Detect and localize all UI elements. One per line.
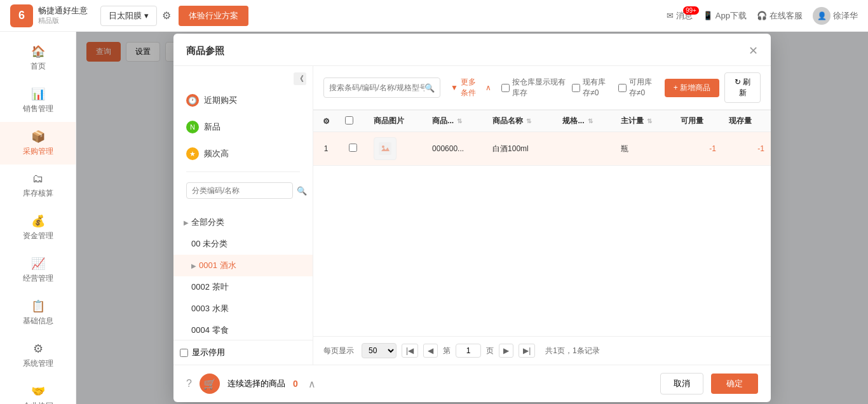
check-usable-input[interactable] — [618, 84, 627, 92]
th-available: 可用量 — [674, 111, 722, 132]
cart-icon[interactable]: 🛒 — [200, 374, 220, 394]
add-product-button[interactable]: + 新增商品 — [665, 79, 719, 97]
settings-icon[interactable]: ⚙ — [162, 10, 171, 22]
category-search-row: 🔍 — [180, 178, 306, 203]
sidebar-item-business[interactable]: 📈 经营管理 — [0, 249, 76, 292]
product-search-input[interactable] — [329, 83, 424, 92]
modal-body: 《 🕐 近期购买 N 新品 ★ — [173, 66, 771, 365]
sidebar-item-label: 库存核算 — [23, 188, 53, 199]
cat-item-liquor[interactable]: ▶ 0001 酒水 — [173, 255, 313, 276]
left-panel-collapse-button[interactable]: 《 — [294, 72, 306, 85]
category-search-icon[interactable]: 🔍 — [297, 186, 307, 196]
th-settings[interactable]: ⚙ — [313, 111, 339, 132]
cat-item-all[interactable]: ▶ 全部分类 — [173, 212, 313, 233]
sidebar-item-finance[interactable]: 💰 资金管理 — [0, 206, 76, 249]
sidebar-item-home[interactable]: 🏠 首页 — [0, 37, 76, 79]
help-icon[interactable]: ? — [186, 378, 192, 389]
check-available-input[interactable] — [572, 84, 580, 92]
th-name[interactable]: 商品名称 ⇅ — [486, 111, 556, 132]
cat-label: 0004 零食 — [191, 325, 229, 336]
td-no: 1 — [313, 132, 339, 166]
modal-footer: ? 🛒 连续选择的商品 0 ∧ 取消 确定 — [173, 365, 771, 402]
check-warehouse-filter[interactable]: 按仓库显示现有库存 — [501, 77, 567, 98]
recent-purchase-item[interactable]: 🕐 近期购买 — [180, 89, 306, 112]
sidebar-item-label: 采购管理 — [23, 146, 53, 157]
td-name: 白酒100ml — [486, 132, 556, 166]
check-usable-label: 可用库存≠0 — [629, 77, 660, 98]
page-total: 共1页，1条记录 — [545, 346, 599, 356]
category-search-input[interactable] — [186, 182, 293, 199]
product-image — [374, 137, 397, 160]
system-icon: ⚙ — [33, 342, 43, 356]
cat-item-fruit[interactable]: 0003 水果 — [173, 298, 313, 320]
sidebar-item-system[interactable]: ⚙ 系统管理 — [0, 334, 76, 377]
check-available-filter[interactable]: 现有库存≠0 — [572, 77, 613, 98]
sort-icon: ⇅ — [526, 118, 531, 125]
th-checkbox[interactable] — [339, 111, 367, 132]
last-page-button[interactable]: ▶| — [519, 344, 535, 358]
product-toolbar: 🔍 ▼ 更多条件 ∧ 按仓库显示现有库存 — [313, 66, 771, 110]
sidebar-item-collab[interactable]: 🤝 企业协同 — [0, 377, 76, 404]
cat-label: 00 未分类 — [191, 238, 227, 250]
content-area: 查询 设置 刷新 商品参照 ✕ — [76, 32, 868, 404]
td-unit: 瓶 — [614, 132, 674, 166]
cat-item-uncat[interactable]: 00 未分类 — [173, 233, 313, 255]
td-available: -1 — [674, 132, 722, 166]
page-input[interactable] — [456, 344, 481, 358]
row-checkbox[interactable] — [349, 144, 357, 152]
product-table-wrapper: ⚙ 商品图片 商品... ⇅ 商品名称 ⇅ 规格... ⇅ 主计量 ⇅ 可用量 — [313, 110, 771, 336]
td-spec — [556, 132, 614, 166]
main-layout: 🏠 首页 📊 销售管理 📦 采购管理 🗂 库存核算 💰 资金管理 📈 经营管理 … — [0, 32, 868, 404]
app-download-item[interactable]: 📱 App下载 — [703, 10, 747, 22]
new-products-item[interactable]: N 新品 — [180, 116, 306, 138]
next-page-button[interactable]: ▶ — [499, 344, 513, 358]
notifications-badge: 99+ — [683, 6, 699, 15]
check-usable-filter[interactable]: 可用库存≠0 — [618, 77, 660, 98]
show-disabled-checkbox[interactable] — [180, 349, 188, 357]
refresh-button[interactable]: ↻ 刷新 — [724, 72, 761, 103]
sort-icon: ⇅ — [647, 118, 652, 125]
th-spec[interactable]: 规格... ⇅ — [556, 111, 614, 132]
experience-button[interactable]: 体验行业方案 — [179, 6, 248, 26]
th-unit[interactable]: 主计量 ⇅ — [614, 111, 674, 132]
th-code[interactable]: 商品... ⇅ — [426, 111, 486, 132]
sidebar-item-label: 首页 — [31, 61, 46, 72]
cat-item-snack[interactable]: 0004 零食 — [173, 320, 313, 340]
first-page-button[interactable]: |◀ — [402, 344, 418, 358]
per-page-select[interactable]: 50 100 200 — [362, 343, 397, 358]
check-warehouse-input[interactable] — [501, 84, 510, 92]
collab-icon: 🤝 — [31, 384, 45, 398]
td-checkbox[interactable] — [339, 132, 367, 166]
logo-icon: 6 — [10, 4, 33, 27]
sidebar-item-inventory[interactable]: 🗂 库存核算 — [0, 165, 76, 206]
product-reference-modal: 商品参照 ✕ 《 🕐 近期购买 — [173, 34, 771, 402]
more-filter-button[interactable]: ▼ 更多条件 ∧ — [445, 77, 496, 98]
store-selector[interactable]: 日太阳膜 ▾ — [100, 6, 157, 26]
cat-item-tea[interactable]: 0002 茶叶 — [173, 276, 313, 298]
notifications-item[interactable]: ✉ 消息 99+ — [667, 10, 693, 22]
cat-label: 0003 水果 — [191, 303, 229, 314]
navbar: 6 畅捷通好生意 精品版 日太阳膜 ▾ ⚙ 体验行业方案 ✉ 消息 99+ 📱 … — [0, 0, 868, 32]
recent-purchase-icon: 🕐 — [186, 94, 199, 107]
finance-icon: 💰 — [31, 214, 45, 228]
online-service-item[interactable]: 🎧 在线客服 — [757, 10, 803, 22]
cancel-button[interactable]: 取消 — [660, 373, 703, 394]
collapse-footer-icon[interactable]: ∧ — [308, 378, 316, 390]
logo-area: 6 畅捷通好生意 精品版 — [10, 4, 88, 27]
product-search-icon[interactable]: 🔍 — [424, 83, 435, 93]
sort-icon: ⇅ — [588, 118, 593, 125]
table-row[interactable]: 1 — [313, 132, 771, 166]
user-profile-item[interactable]: 👤 徐泽华 — [813, 7, 858, 25]
selected-count: 0 — [293, 379, 298, 389]
mobile-icon: 📱 — [703, 11, 713, 20]
sidebar-item-sales[interactable]: 📊 销售管理 — [0, 79, 76, 122]
headset-icon: 🎧 — [757, 11, 767, 20]
sidebar-item-purchase[interactable]: 📦 采购管理 — [0, 122, 76, 165]
select-all-checkbox[interactable] — [345, 116, 353, 125]
frequent-item[interactable]: ★ 频次高 — [180, 142, 306, 165]
modal-close-button[interactable]: ✕ — [749, 44, 758, 58]
prev-page-button[interactable]: ◀ — [423, 344, 438, 358]
sidebar-item-label: 企业协同 — [23, 401, 53, 404]
sidebar-item-basic[interactable]: 📋 基础信息 — [0, 292, 76, 334]
confirm-button[interactable]: 确定 — [711, 374, 758, 394]
